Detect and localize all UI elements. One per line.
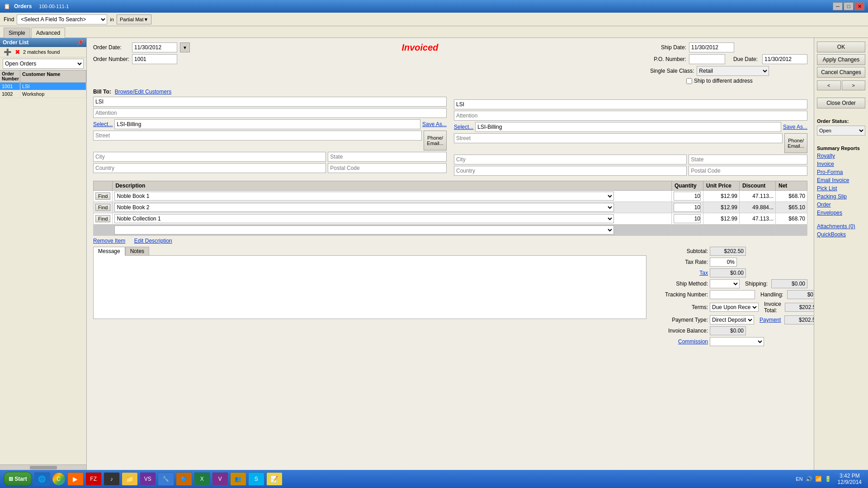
clock[interactable]: 3:42 PM 12/9/2014 — [835, 472, 864, 486]
packing-slip-link[interactable]: Packing Slip — [817, 193, 865, 200]
bill-phone-email-button[interactable]: Phone/ Email... — [424, 131, 447, 150]
ship-state-input[interactable] — [689, 155, 807, 164]
taskbar-app-app1[interactable]: 🔧 — [158, 472, 174, 486]
ship-save-as-link[interactable]: Save As... — [783, 124, 807, 130]
tax-link[interactable]: Tax — [699, 270, 708, 276]
po-number-input[interactable] — [689, 54, 725, 64]
commission-select[interactable] — [710, 337, 764, 346]
tab-advanced[interactable]: Advanced — [31, 28, 65, 38]
bill-country-input[interactable] — [93, 163, 326, 173]
bill-addr-name-input[interactable] — [114, 119, 420, 129]
taskbar-app-skype[interactable]: S — [248, 472, 264, 486]
bill-postal-input[interactable] — [328, 163, 447, 173]
ok-button[interactable]: OK — [817, 42, 865, 52]
taskbar-app-users[interactable]: 👥 — [230, 472, 246, 486]
apply-changes-button[interactable]: Apply Changes — [817, 54, 865, 65]
ship-postal-input[interactable] — [689, 166, 807, 176]
close-button[interactable]: ✕ — [854, 2, 864, 10]
qty-input-3[interactable] — [674, 214, 701, 223]
payment-link[interactable]: Payment — [760, 317, 781, 323]
list-item[interactable]: 1002 Workshop — [0, 90, 86, 98]
order-number-input[interactable] — [132, 54, 177, 64]
match-type-button[interactable]: Partial Mat▼ — [117, 14, 151, 24]
payment-type-select[interactable]: Direct DepositCheckCredit CardCash — [710, 315, 754, 324]
cancel-changes-button[interactable]: Cancel Changes — [817, 67, 865, 78]
search-field-select[interactable]: <Select A Field To Search> — [17, 14, 107, 24]
volume-icon[interactable]: 🔊 — [806, 476, 812, 482]
taskbar-app-explorer[interactable]: 📁 — [122, 472, 138, 486]
order-status-select[interactable]: OpenClosedPending — [817, 126, 865, 136]
bill-city-input[interactable] — [93, 152, 326, 162]
commission-link[interactable]: Commission — [678, 338, 708, 345]
bill-street-input[interactable] — [93, 131, 422, 141]
taskbar-app-chrome[interactable]: C — [52, 472, 66, 486]
tab-simple[interactable]: Simple — [4, 28, 30, 38]
sidebar-scrollbar[interactable] — [0, 465, 86, 470]
sidebar-add-button[interactable]: ➕ — [3, 48, 12, 56]
desc-select-4[interactable] — [114, 225, 614, 235]
tracking-input[interactable] — [710, 290, 755, 299]
ship-country-input[interactable] — [454, 166, 687, 176]
sidebar-remove-button[interactable]: ✖ — [14, 48, 21, 56]
tab-message[interactable]: Message — [93, 247, 125, 256]
find-button-3[interactable]: Find — [95, 215, 110, 222]
quickbooks-link[interactable]: QuickBooks — [817, 231, 865, 238]
bill-name-input[interactable] — [93, 97, 447, 107]
pro-forma-link[interactable]: Pro-Forma — [817, 169, 865, 175]
nav-prev-button[interactable]: < — [817, 80, 841, 90]
due-date-input[interactable] — [762, 54, 807, 64]
edit-description-link[interactable]: Edit Description — [134, 238, 172, 244]
browse-edit-customers-link[interactable]: Browse/Edit Customers — [115, 89, 171, 95]
royalty-link[interactable]: Royalty — [817, 153, 865, 159]
ship-select-link[interactable]: Select... — [454, 124, 473, 130]
list-item[interactable]: 1001 LSI — [0, 83, 86, 90]
bill-attention-input[interactable] — [93, 108, 447, 118]
desc-select-1[interactable]: Noble Book 1 — [114, 192, 614, 201]
pick-list-link[interactable]: Pick List — [817, 185, 865, 192]
ship-addr-name-input[interactable] — [475, 122, 781, 132]
ship-different-checkbox[interactable] — [686, 78, 692, 84]
order-date-input[interactable] — [132, 42, 177, 52]
taskbar-app-app2[interactable]: 🔷 — [176, 472, 192, 486]
message-textarea[interactable] — [93, 256, 646, 319]
find-button-2[interactable]: Find — [95, 204, 110, 211]
taskbar-app-audio[interactable]: ♪ — [104, 472, 120, 486]
taskbar-app-ie[interactable]: 🌐 — [34, 472, 50, 486]
email-invoice-link[interactable]: Email Invoice — [817, 177, 865, 183]
order-date-calendar-button[interactable]: ▼ — [180, 42, 190, 52]
single-sale-select[interactable]: Retail — [697, 66, 769, 76]
close-order-button[interactable]: Close Order — [817, 98, 865, 108]
ship-method-select[interactable]: UPSFedExUSPS — [710, 279, 740, 288]
find-button-1[interactable]: Find — [95, 192, 110, 200]
tab-notes[interactable]: Notes — [125, 247, 149, 255]
ship-date-input[interactable] — [689, 42, 734, 52]
maximize-button[interactable]: □ — [844, 2, 854, 10]
taskbar-app-sticky[interactable]: 📝 — [266, 472, 283, 486]
start-button[interactable]: ⊞ Start — [4, 472, 32, 486]
nav-next-button[interactable]: > — [842, 80, 866, 90]
terms-select[interactable]: Due Upon ReceNet 30Net 60 — [710, 303, 759, 312]
network-icon[interactable]: 📶 — [815, 476, 822, 482]
order-filter-select[interactable]: Open Orders — [3, 59, 84, 69]
ship-street-input[interactable] — [454, 133, 783, 143]
order-link[interactable]: Order — [817, 202, 865, 208]
envelopes-link[interactable]: Envelopes — [817, 210, 865, 216]
ship-name-input[interactable] — [454, 99, 807, 109]
desc-select-3[interactable]: Noble Collection 1 — [114, 214, 614, 223]
qty-input-1[interactable] — [674, 192, 701, 201]
qty-input-2[interactable] — [674, 203, 701, 212]
taskbar-app-vs2[interactable]: V — [212, 472, 228, 486]
taskbar-app-excel[interactable]: X — [194, 472, 210, 486]
attachments-link[interactable]: Attachments (0) — [817, 223, 865, 230]
tax-rate-input[interactable] — [710, 258, 737, 267]
ship-phone-email-button[interactable]: Phone/Email... — [784, 133, 807, 153]
ship-city-input[interactable] — [454, 155, 687, 164]
bill-select-link[interactable]: Select... — [93, 121, 113, 127]
remove-item-link[interactable]: Remove Item — [93, 238, 125, 244]
taskbar-app-media[interactable]: ▶ — [67, 472, 84, 486]
bill-save-as-link[interactable]: Save As... — [422, 121, 447, 127]
ship-attention-input[interactable] — [454, 111, 807, 121]
desc-select-2[interactable]: Noble Book 2 — [114, 203, 614, 212]
bill-state-input[interactable] — [328, 152, 447, 162]
invoice-link[interactable]: Invoice — [817, 161, 865, 167]
